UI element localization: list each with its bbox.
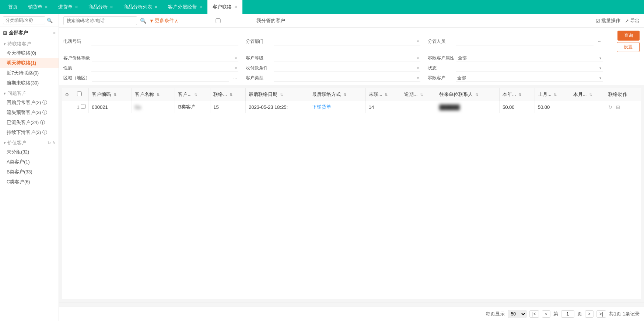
close-icon[interactable]: ✕ [199,5,202,10]
col-name[interactable]: 客户名称 ⇅ [132,88,175,101]
filter-cell-nature: 性质 ▾ [63,64,238,72]
scatter-attr-select[interactable]: 全部 [456,54,603,62]
filter-row-3: 性质 ▾ 收付款条件 ▾ 状态 [63,64,640,72]
first-page-button[interactable]: |< [529,310,539,318]
query-button[interactable]: 查询 [617,31,640,41]
customer-level-select[interactable] [274,54,421,62]
my-customers-checkbox-label[interactable]: 我分管的客户 [181,17,285,24]
scatter-customer-label: 零散客户 [428,75,454,81]
close-icon[interactable]: ✕ [234,5,237,10]
col-unlinkd[interactable]: 未联... ⇅ [365,88,401,101]
customer-type-select[interactable] [274,74,421,82]
cell-checkbox: 1 [74,101,89,113]
sidebar-item-repurchase-abnormal[interactable]: 回购异常客户(2) ⓘ [0,98,59,108]
nature-select-wrapper: ▾ [91,64,238,72]
sidebar-item-b-class[interactable]: B类客户(33) [0,167,59,177]
sidebar-item-overdue-pending[interactable]: 逾期未联络(30) [0,78,59,88]
nav-customer-tier[interactable]: 客户分层经营 ✕ [163,0,207,14]
sidebar-group-pending[interactable]: ▾ 待联络客户 [0,39,59,48]
contact-method-link[interactable]: 下销货单 [312,104,331,110]
sidebar-group-value[interactable]: ▾ 价值客户 ↻ ✎ [0,138,59,147]
row-checkbox[interactable] [81,104,85,109]
col-this-month[interactable]: 本月... ⇅ [570,88,605,101]
horizontal-scrollbar[interactable] [59,302,644,307]
sort-icon: ⇅ [475,93,478,97]
region-input[interactable] [92,74,229,82]
page-suffix: 页 [577,311,582,317]
chevron-up-icon: ∧ [175,18,178,24]
status-select[interactable] [456,64,603,72]
nature-select[interactable] [91,64,238,72]
next-page-button[interactable]: > [585,310,594,318]
col-type[interactable]: 客户... ⇅ [175,88,210,101]
search-button[interactable]: 🔍 [140,18,146,24]
nav-purchase-order[interactable]: 进货单 ✕ [53,0,83,14]
nav-product-analysis-list[interactable]: 商品分析列表 ✕ [118,0,163,14]
sidebar-item-today-pending[interactable]: 今天待联络(0) [0,48,59,58]
scatter-customer-select[interactable]: 全部 [456,74,603,82]
col-this-year[interactable]: 本年... ⇅ [499,88,535,101]
sidebar-group-problem[interactable]: ▾ 问题客户 [0,88,59,98]
setting-button[interactable]: 设置 [617,42,640,52]
top-navigation: 首页 销货单 ✕ 进货单 ✕ 商品分析 ✕ 商品分析列表 ✕ 客户分层经营 ✕ … [0,0,644,14]
cell-type: B类客户 [175,101,210,113]
sidebar-item-declining[interactable]: 持续下滑客户(2) ⓘ [0,128,59,138]
col-last-contact-method[interactable]: 最后联络方式 ⇅ [309,88,365,101]
edit-icon[interactable]: ✎ [52,141,56,145]
page-size-select[interactable]: 10 20 50 100 [508,310,526,318]
phone-input[interactable] [91,38,238,45]
col-code[interactable]: 客户编码 ⇅ [89,88,132,101]
my-customers-checkbox[interactable] [181,18,255,23]
nav-product-analysis[interactable]: 商品分析 ✕ [83,0,118,14]
nav-sales-order[interactable]: 销货单 ✕ [23,0,53,14]
batch-operation-button[interactable]: ☑ 批量操作 [596,17,620,24]
sidebar-item-lost[interactable]: 已流失客户(24) ⓘ [0,118,59,128]
more-button[interactable]: ··· [232,76,238,80]
cell-this-month [570,101,605,113]
nav-customer-contact[interactable]: 客户联络 ✕ [207,0,242,14]
chevron-left-icon: « [53,30,56,35]
dept-select-wrapper: ▾ [274,38,421,45]
sidebar-item-ungroup[interactable]: 未分组(32) [0,147,59,157]
col-contact-person[interactable]: 往来单位联系人 ⇅ [436,88,500,101]
col-contact-count[interactable]: 联络... ⇅ [210,88,246,101]
sidebar-item-a-class[interactable]: A类客户(1) [0,157,59,167]
nav-home[interactable]: 首页 [3,0,23,14]
price-level-select[interactable] [92,54,238,62]
payment-select[interactable] [274,64,421,72]
close-icon[interactable]: ✕ [110,5,113,10]
close-icon[interactable]: ✕ [45,5,48,10]
sidebar-item-week-pending[interactable]: 近7天待联络(0) [0,68,59,78]
export-button[interactable]: ↗ 导出 [625,17,640,24]
action-refresh-icon[interactable]: ↻ [608,104,612,110]
sidebar-all-customers[interactable]: ⊞ 全部客户 « [0,27,59,39]
prev-page-button[interactable]: < [542,310,550,318]
col-last-contact-date[interactable]: 最后联络日期 ⇅ [245,88,309,101]
sidebar-item-tomorrow-pending[interactable]: 明天待联络(1) [0,58,59,68]
gear-icon[interactable]: ⚙ [65,92,69,97]
close-icon[interactable]: ✕ [154,5,158,10]
last-page-button[interactable]: >| [596,310,606,318]
search-icon[interactable]: 🔍 [47,18,53,23]
close-icon[interactable]: ✕ [75,5,78,10]
col-last-month[interactable]: 上月... ⇅ [535,88,570,101]
dept-select[interactable] [274,38,421,45]
sort-icon: ⇅ [230,93,232,97]
col-overdue[interactable]: 逾期... ⇅ [401,88,436,101]
refresh-icon[interactable]: ↻ [48,141,51,145]
person-input[interactable] [456,38,594,45]
select-all-checkbox[interactable] [77,92,82,96]
contact-person-text: ██████ [439,104,459,110]
more-conditions-button[interactable]: ▼ 更多条件 ∧ [149,17,178,24]
sidebar-item-loss-warning[interactable]: 流失预警客户(3) ⓘ [0,108,59,118]
search-input[interactable] [63,16,137,25]
sidebar-item-c-class[interactable]: C类客户(6) [0,177,59,187]
action-grid-icon[interactable]: ⊞ [616,104,620,110]
page-input[interactable] [561,310,574,318]
customer-type-select-wrapper: ▾ [274,74,421,82]
cell-overdue [401,101,436,113]
sidebar-search-input[interactable] [3,16,45,24]
data-table-area: ⚙ 客户编码 ⇅ 客户名称 ⇅ 客户... ⇅ 联络... ⇅ 最后联络日期 ⇅… [62,88,641,299]
sort-icon: ⇅ [157,93,160,97]
more-button[interactable]: ··· [596,39,603,44]
